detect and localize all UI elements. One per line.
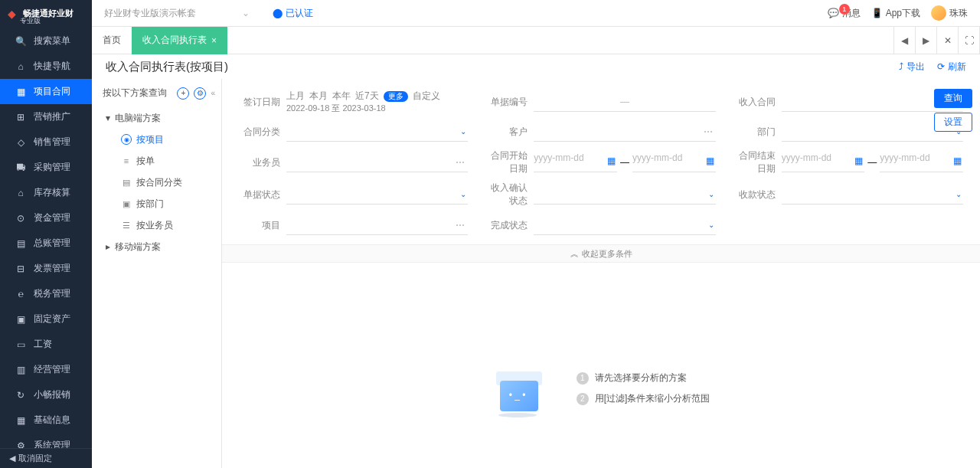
asset-icon: ▣ <box>15 314 26 325</box>
nav-system[interactable]: ⚙系统管理 <box>0 433 92 448</box>
fullscreen-button[interactable]: ⛶ <box>959 27 980 54</box>
field-placeholder: — <box>534 97 715 107</box>
more-icon: ⋯ <box>704 126 713 137</box>
tab-next-button[interactable]: ▶ <box>916 27 937 54</box>
nav-purchase[interactable]: ⛟采购管理 <box>0 155 92 180</box>
shield-icon: ⬤ <box>273 8 283 18</box>
collapse-panel-button[interactable]: « <box>211 89 215 97</box>
tree-item-doc[interactable]: ≡按单 <box>92 150 221 172</box>
tag-icon: ◇ <box>15 137 26 148</box>
scheme-setting-button[interactable]: ⚙ <box>194 87 206 100</box>
tab-contract-report[interactable]: 收入合同执行表 × <box>132 27 227 54</box>
step-number: 2 <box>577 393 589 405</box>
add-scheme-button[interactable]: + <box>177 87 189 100</box>
tax-icon: ℮ <box>15 289 26 299</box>
nav-biz[interactable]: ▥经营管理 <box>0 357 92 382</box>
nav-stock[interactable]: ⌂库存核算 <box>0 180 92 205</box>
end-date-from[interactable]: yyyy-mm-dd▦ <box>782 152 865 172</box>
nav-label: 基础信息 <box>34 414 70 427</box>
field-doc-no: 单据编号 — <box>486 90 715 114</box>
field-label: 收入合同 <box>734 96 782 109</box>
project-input[interactable]: ⋯ <box>286 215 468 235</box>
nav-search-menu[interactable]: 🔍搜索菜单 <box>0 28 92 54</box>
chevron-down-icon: ⌄ <box>460 190 466 198</box>
setting-button[interactable]: 设置 <box>934 113 972 132</box>
messages-button[interactable]: 💬 消息 1 <box>828 7 861 20</box>
salesman-input[interactable]: ⋯ <box>286 152 468 172</box>
nav-wage[interactable]: ▭工资 <box>0 332 92 357</box>
nav-sales[interactable]: ◇销售管理 <box>0 129 92 155</box>
nav-asset[interactable]: ▣固定资产 <box>0 306 92 332</box>
collapse-filters-button[interactable]: ︽ 收起更多条件 <box>222 244 980 263</box>
chevron-down-icon: ⌄ <box>956 190 962 198</box>
income-status-select[interactable]: ⌄ <box>534 185 715 205</box>
preset-custom[interactable]: 自定义 <box>413 90 440 103</box>
doc-status-select[interactable]: ⌄ <box>286 185 468 205</box>
tree-group-label: 移动端方案 <box>115 241 161 254</box>
nav-ledger[interactable]: ▤总账管理 <box>0 231 92 256</box>
field-label: 合同分类 <box>239 126 286 139</box>
contract-class-select[interactable]: ⌄ <box>286 122 468 142</box>
verified-label: 已认证 <box>286 7 313 20</box>
tree-item-label: 按部门 <box>136 198 164 211</box>
step-text: 用[过滤]条件来缩小分析范围 <box>595 392 710 405</box>
receipt-status-select[interactable]: ⌄ <box>782 185 963 205</box>
tab-close-all-button[interactable]: ✕ <box>937 27 959 54</box>
nav-tax[interactable]: ℮税务管理 <box>0 281 92 306</box>
preset-last7[interactable]: 近7天 <box>355 90 379 103</box>
box-icon: ⌂ <box>15 188 26 198</box>
nav-label: 税务管理 <box>34 287 70 300</box>
more-icon: ⋯ <box>456 157 465 168</box>
nav-base[interactable]: ▦基础信息 <box>0 407 92 433</box>
nav-invoice[interactable]: ⊟发票管理 <box>0 256 92 281</box>
download-button[interactable]: 📱 App下载 <box>871 7 920 20</box>
verified-badge: ⬤ 已认证 <box>273 7 313 20</box>
field-customer: 客户 ⋯ <box>486 120 715 143</box>
tree-group-mobile[interactable]: ▸移动端方案 <box>92 236 221 257</box>
refresh-button[interactable]: ⟳刷新 <box>937 61 966 74</box>
nav-expense[interactable]: ↻小畅报销 <box>0 382 92 407</box>
tree-item-class[interactable]: ▤按合同分类 <box>92 172 221 193</box>
user-menu[interactable]: 珠珠 <box>931 5 968 21</box>
close-icon: ✕ <box>944 35 952 46</box>
empty-state: • _ • 1 请先选择要分析的方案 2 用[过滤]条件来缩小分析范围 <box>222 263 980 468</box>
ledger-icon: ▤ <box>15 238 26 249</box>
filter-grid: 签订日期 上月 本月 本年 近7天 更多 自定义 2022-09-18 至 20… <box>222 79 980 244</box>
field-complete-status: 完成状态 ⌄ <box>486 214 715 237</box>
tab-prev-button[interactable]: ◀ <box>894 27 916 54</box>
org-selector[interactable]: 好业财专业版演示帐套 ⌄ <box>104 7 250 20</box>
preset-more[interactable]: 更多 <box>384 91 408 102</box>
nav-marketing[interactable]: ⊞营销推广 <box>0 104 92 129</box>
start-date-to[interactable]: yyyy-mm-dd▦ <box>632 152 716 172</box>
chevron-down-icon: ⌄ <box>708 221 714 229</box>
tab-home[interactable]: 首页 <box>92 27 132 54</box>
end-date-to[interactable]: yyyy-mm-dd▦ <box>880 152 963 172</box>
calendar-icon: ▦ <box>607 155 616 166</box>
home-icon: ⌂ <box>15 61 26 72</box>
close-icon[interactable]: × <box>211 35 217 46</box>
doc-no-input[interactable]: — <box>534 92 715 112</box>
date-placeholder: yyyy-mm-dd <box>880 152 929 163</box>
customer-input[interactable]: ⋯ <box>534 122 715 142</box>
tree-item-dept[interactable]: ▣按部门 <box>92 193 221 214</box>
tree-item-project[interactable]: ◉按项目 <box>92 129 221 150</box>
unpin-button[interactable]: ◀取消固定 <box>0 448 92 468</box>
search-icon: 🔍 <box>15 36 26 47</box>
tree-item-salesman[interactable]: ☰按业务员 <box>92 214 221 236</box>
field-label: 合同开始日期 <box>486 149 534 175</box>
preset-last-month[interactable]: 上月 <box>286 90 305 103</box>
query-button[interactable]: 查询 <box>934 89 972 108</box>
money-icon: ⊙ <box>15 213 26 224</box>
nav-quick[interactable]: ⌂快捷导航 <box>0 54 92 79</box>
complete-status-select[interactable]: ⌄ <box>534 215 715 235</box>
start-date-from[interactable]: yyyy-mm-dd▦ <box>534 152 617 172</box>
wage-icon: ▭ <box>15 339 26 350</box>
action-panel: 查询 设置 <box>934 89 972 132</box>
preset-this-year[interactable]: 本年 <box>332 90 351 103</box>
nav-contract[interactable]: ▦项目合同 <box>0 79 92 104</box>
nav-list: 🔍搜索菜单 ⌂快捷导航 ▦项目合同 ⊞营销推广 ◇销售管理 ⛟采购管理 ⌂库存核… <box>0 28 92 448</box>
tree-group-pc[interactable]: ▾电脑端方案 <box>92 107 221 129</box>
export-button[interactable]: ⤴导出 <box>899 61 925 74</box>
nav-fund[interactable]: ⊙资金管理 <box>0 205 92 231</box>
preset-this-month[interactable]: 本月 <box>309 90 328 103</box>
